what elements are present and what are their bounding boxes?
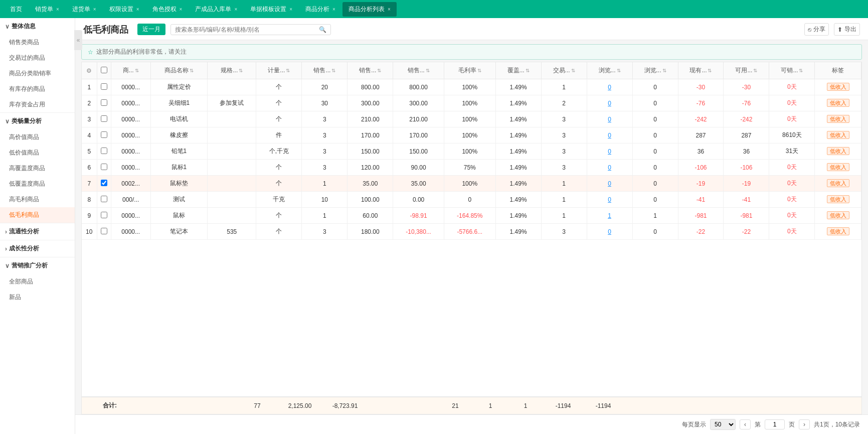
sidebar-collapse-button[interactable]: « — [74, 30, 82, 50]
prev-page-button[interactable]: ‹ — [740, 419, 751, 429]
column-settings[interactable]: ⚙ — [82, 62, 97, 79]
row-name: 鼠标垫 — [150, 176, 207, 192]
row-coverage: 1.49% — [495, 160, 541, 176]
sidebar-group-marketing[interactable]: ∨ 营销推广分析 — [0, 257, 75, 274]
row-code: 0000... — [111, 127, 150, 143]
row-checkbox-cell[interactable] — [97, 208, 111, 224]
row-code: 0000... — [111, 95, 150, 111]
sidebar-group-growth[interactable]: › 成长性分析 — [0, 240, 75, 257]
share-button[interactable]: ⎋ 分享 — [804, 23, 829, 36]
sidebar-item-sales-products[interactable]: 销售类商品 — [0, 35, 75, 50]
nav-role-auth[interactable]: 角色授权 × — [146, 2, 189, 17]
row-browse1[interactable]: 0 — [587, 127, 632, 143]
search-input[interactable] — [175, 26, 319, 33]
sidebar-item-category-rate[interactable]: 商品分类助销率 — [0, 66, 75, 81]
row-checkbox[interactable] — [101, 131, 107, 138]
nav-role-auth-close[interactable]: × — [180, 7, 183, 12]
sidebar-item-new-products[interactable]: 新品 — [0, 290, 75, 305]
row-checkbox[interactable] — [101, 180, 107, 186]
sidebar-group-circulation[interactable]: › 流通性分析 — [0, 223, 75, 240]
row-checkbox-cell[interactable] — [97, 79, 111, 95]
nav-product-inbound-label: 产成品入库单 — [195, 5, 231, 14]
sidebar-item-high-margin[interactable]: 高毛利商品 — [0, 192, 75, 207]
nav-product-analysis-list[interactable]: 商品分析列表 × — [342, 2, 397, 17]
sidebar-item-low-margin[interactable]: 低毛利商品 — [0, 207, 75, 223]
row-checkbox[interactable] — [101, 148, 107, 154]
row-checkbox-cell[interactable] — [97, 160, 111, 176]
next-page-button[interactable]: › — [799, 419, 810, 429]
row-checkbox-cell[interactable] — [97, 176, 111, 192]
sidebar-item-all-products[interactable]: 全部商品 — [0, 274, 75, 290]
export-button[interactable]: ⬆ 导出 — [834, 23, 860, 36]
sidebar-item-low-value[interactable]: 低价值商品 — [0, 145, 75, 161]
row-current: -981 — [678, 208, 724, 224]
row-checkbox[interactable] — [101, 83, 107, 90]
row-browse1[interactable]: 0 — [587, 143, 632, 160]
row-gross-margin: -164.85% — [444, 208, 495, 224]
row-checkbox-cell[interactable] — [97, 224, 111, 240]
row-checkbox[interactable] — [101, 212, 107, 218]
row-checkbox[interactable] — [101, 99, 107, 106]
sidebar-group-analysis[interactable]: ∨ 类畅量分析 — [0, 113, 75, 129]
period-tag-button[interactable]: 近一月 — [137, 24, 165, 35]
sidebar-group-overall-label: 整体信息 — [12, 22, 36, 31]
search-icon[interactable]: 🔍 — [319, 26, 326, 33]
column-saleable: 可销...⇅ — [769, 62, 815, 79]
row-browse1[interactable]: 0 — [587, 160, 632, 176]
row-sales-price: 170.00 — [348, 127, 393, 143]
sidebar-item-in-stock[interactable]: 有库存的商品 — [0, 81, 75, 97]
row-checkbox[interactable] — [101, 196, 107, 202]
row-unit: 个 — [256, 224, 302, 240]
sidebar-item-low-coverage[interactable]: 低覆盖度商品 — [0, 176, 75, 192]
sidebar-group-overall[interactable]: ∨ 整体信息 — [0, 18, 75, 35]
nav-permission-settings[interactable]: 权限设置 × — [103, 2, 145, 17]
row-checkbox[interactable] — [101, 228, 107, 234]
row-browse1[interactable]: 0 — [587, 111, 632, 127]
row-checkbox-cell[interactable] — [97, 192, 111, 208]
header-actions: ⎋ 分享 ⬆ 导出 — [804, 23, 860, 36]
row-gross-margin: 100% — [444, 127, 495, 143]
select-all-checkbox[interactable] — [101, 67, 107, 73]
nav-template-settings[interactable]: 单据模板设置 × — [244, 2, 298, 17]
row-checkbox-cell[interactable] — [97, 127, 111, 143]
nav-home[interactable]: 首页 — [4, 2, 28, 17]
nav-product-analysis[interactable]: 商品分析 × — [299, 2, 341, 17]
nav-sales-order[interactable]: 销货单 × — [29, 2, 65, 17]
row-browse1[interactable]: 0 — [587, 79, 632, 95]
sidebar-item-high-coverage[interactable]: 高覆盖度商品 — [0, 161, 75, 176]
nav-product-analysis-list-close[interactable]: × — [388, 7, 391, 12]
nav-product-inbound-close[interactable]: × — [234, 7, 237, 12]
row-checkbox[interactable] — [101, 164, 107, 170]
export-label: 导出 — [844, 25, 856, 34]
sidebar-item-capital[interactable]: 库存资金占用 — [0, 97, 75, 112]
table-row: 8 000/... 测试 千克 10 100.00 0.00 0 1.49% 1… — [82, 192, 861, 208]
nav-purchase-order[interactable]: 进货单 × — [66, 2, 102, 17]
row-saleable: 0天 — [769, 95, 815, 111]
row-checkbox[interactable] — [101, 115, 107, 122]
row-checkbox-cell[interactable] — [97, 111, 111, 127]
nav-sales-order-close[interactable]: × — [56, 7, 59, 12]
nav-product-inbound[interactable]: 产成品入库单 × — [189, 2, 243, 17]
row-browse1[interactable]: 1 — [587, 208, 632, 224]
row-sales-amount: -98.91 — [393, 208, 444, 224]
row-browse1[interactable]: 0 — [587, 224, 632, 240]
row-browse1[interactable]: 0 — [587, 95, 632, 111]
column-checkbox[interactable] — [97, 62, 111, 79]
row-browse1[interactable]: 0 — [587, 192, 632, 208]
nav-permission-settings-label: 权限设置 — [109, 5, 133, 14]
sidebar-item-traded-products[interactable]: 交易过的商品 — [0, 50, 75, 66]
row-unit: 个 — [256, 208, 302, 224]
row-browse1[interactable]: 0 — [587, 176, 632, 192]
row-sales-count: 3 — [302, 111, 348, 127]
row-checkbox-cell[interactable] — [97, 95, 111, 111]
sidebar-item-high-value[interactable]: 高价值商品 — [0, 129, 75, 145]
nav-purchase-order-close[interactable]: × — [93, 7, 96, 12]
sidebar: ∨ 整体信息 销售类商品 交易过的商品 商品分类助销率 有库存的商品 库存资金占… — [0, 18, 75, 434]
row-checkbox-cell[interactable] — [97, 143, 111, 160]
nav-product-analysis-close[interactable]: × — [332, 7, 335, 12]
row-name: 电话机 — [150, 111, 207, 127]
nav-template-settings-close[interactable]: × — [289, 7, 292, 12]
nav-permission-settings-close[interactable]: × — [136, 7, 139, 12]
per-page-select[interactable]: 50 100 200 — [710, 419, 736, 430]
page-number-input[interactable] — [765, 419, 785, 429]
